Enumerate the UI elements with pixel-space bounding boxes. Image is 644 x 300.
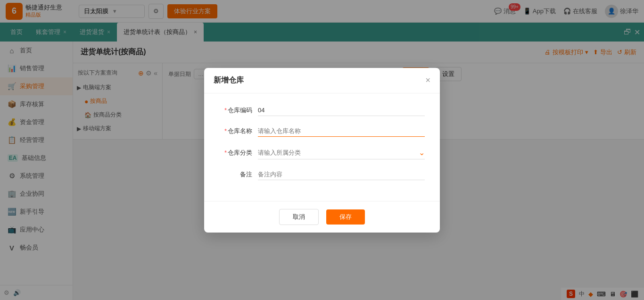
modal-footer: 取消 保存: [204, 201, 440, 233]
category-dropdown-icon: ⌄: [419, 148, 425, 157]
cancel-button[interactable]: 取消: [279, 209, 319, 225]
modal-overlay[interactable]: 新增仓库 × 仓库编码 仓库名称 仓库分类 ⌄: [0, 0, 644, 300]
category-input[interactable]: [258, 149, 419, 156]
modal-close-button[interactable]: ×: [425, 76, 430, 84]
note-input[interactable]: [258, 169, 425, 180]
category-label: 仓库分类: [219, 149, 252, 157]
form-row-category: 仓库分类 ⌄: [219, 146, 425, 159]
category-select[interactable]: ⌄: [258, 146, 425, 159]
code-label: 仓库编码: [219, 106, 252, 115]
modal-header: 新增仓库 ×: [204, 68, 440, 93]
modal-add-warehouse: 新增仓库 × 仓库编码 仓库名称 仓库分类 ⌄: [204, 68, 440, 233]
modal-title: 新增仓库: [214, 75, 244, 85]
modal-body: 仓库编码 仓库名称 仓库分类 ⌄ 备注: [204, 93, 440, 201]
name-input[interactable]: [258, 125, 425, 137]
name-label: 仓库名称: [219, 127, 252, 135]
note-label: 备注: [219, 170, 252, 179]
form-row-note: 备注: [219, 169, 425, 180]
form-row-code: 仓库编码: [219, 105, 425, 116]
form-row-name: 仓库名称: [219, 125, 425, 137]
code-input[interactable]: [258, 105, 425, 116]
save-button[interactable]: 保存: [326, 209, 365, 225]
